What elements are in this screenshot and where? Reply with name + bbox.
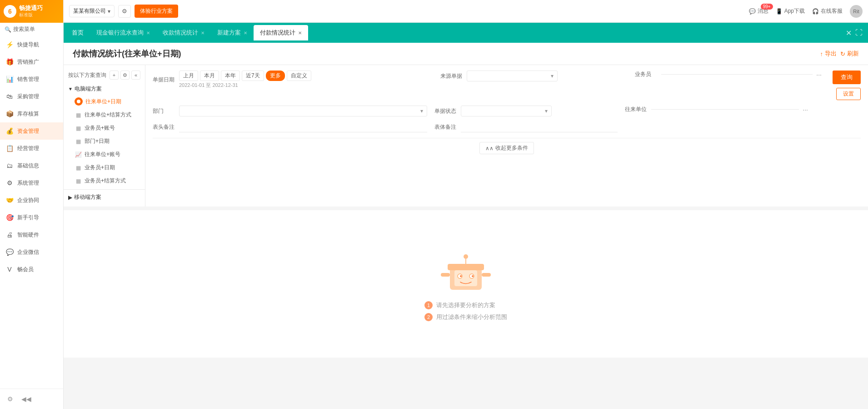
date-btn-7days[interactable]: 近7天 — [242, 71, 264, 81]
sidebar-item-purchase[interactable]: 🛍 采购管理 — [0, 88, 63, 105]
date-btn-custom[interactable]: 自定义 — [287, 71, 311, 81]
header-note-input[interactable] — [179, 122, 427, 132]
scheme-mobile-label: 移动端方案 — [74, 193, 101, 201]
sales-icon: 📊 — [5, 75, 14, 83]
source-select[interactable]: ▾ — [467, 71, 558, 81]
tab-income[interactable]: 收款情况统计 ✕ — [156, 25, 211, 40]
scheme-item-counterpart-date[interactable]: 往来单位+日期 — [64, 95, 145, 108]
export-button[interactable]: ↑ 导出 — [820, 50, 837, 58]
date-btn-last-month[interactable]: 上月 — [179, 71, 198, 81]
member-icon: V — [5, 265, 14, 273]
sidebar-collapse-button[interactable]: ◀◀ — [20, 393, 33, 405]
tab-home[interactable]: 首页 — [65, 25, 90, 40]
tab-bank[interactable]: 现金银行流水查询 ✕ — [90, 25, 156, 40]
date-btn-this-month[interactable]: 本月 — [200, 71, 219, 81]
sidebar-item-wechat[interactable]: 💬 企业微信 — [0, 243, 63, 261]
tab-new-close[interactable]: ✕ — [244, 30, 247, 35]
tab-new[interactable]: 新建方案 ✕ — [211, 25, 254, 40]
salesman-ellipsis[interactable]: ··· — [816, 71, 822, 78]
tab-bank-close[interactable]: ✕ — [146, 30, 150, 35]
body-note-field: 表体备注 — [434, 122, 618, 132]
refresh-button[interactable]: ↻ 刷新 — [840, 50, 859, 58]
scheme-item-label: 部门+日期 — [85, 137, 110, 145]
sidebar-nav: ⚡ 快捷导航 🎁 营销推广 📊 销售管理 🛍 采购管理 📦 库存核算 💰 资金管… — [0, 36, 63, 389]
user-avatar[interactable]: Rit — [850, 5, 863, 18]
sidebar-item-inventory[interactable]: 📦 库存核算 — [0, 105, 63, 122]
message-icon: 💬 — [749, 8, 756, 15]
scheme-add-button[interactable]: + — [110, 71, 119, 80]
sidebar-item-marketing[interactable]: 🎁 营销推广 — [0, 53, 63, 71]
scheme-table-icon2: ▦ — [75, 125, 82, 132]
filter-settings-button[interactable]: 设置 — [836, 88, 861, 100]
scheme-item-label: 业务员+日期 — [85, 164, 115, 172]
system-icon: ⚙ — [5, 179, 14, 187]
experience-button[interactable]: 体验行业方案 — [135, 5, 178, 18]
online-service-action[interactable]: 🎧 在线客服 — [812, 7, 843, 15]
sidebar-item-enterprise[interactable]: 🤝 企业协同 — [0, 192, 63, 209]
scheme-item-counterpart-settle[interactable]: ▦ 往来单位+结算方式 — [64, 108, 145, 121]
scheme-pc-category[interactable]: ▼ 电脑端方案 — [64, 83, 145, 95]
scheme-item-counterpart-account[interactable]: 📈 往来单位+账号 — [64, 148, 145, 161]
sidebar-item-basic[interactable]: 🗂 基础信息 — [0, 157, 63, 174]
source-field-label: 来源单据 — [440, 72, 463, 80]
tab-close-all-button[interactable]: ✕ — [846, 29, 852, 37]
counterpart-ellipsis[interactable]: ··· — [803, 106, 808, 113]
sidebar-item-system[interactable]: ⚙ 系统管理 — [0, 174, 63, 192]
dept-select[interactable]: ▾ — [179, 106, 427, 116]
page-actions: ↑ 导出 ↻ 刷新 — [820, 50, 859, 58]
scheme-mobile-category[interactable]: ▶ 移动端方案 — [64, 192, 145, 203]
sidebar-item-label: 新手引导 — [17, 214, 39, 222]
hint-num-1: 1 — [424, 301, 433, 309]
scheme-item-salesman-account[interactable]: ▦ 业务员+账号 — [64, 121, 145, 135]
dept-field-label: 部门 — [153, 107, 175, 115]
date-btn-more[interactable]: 更多 — [266, 71, 285, 81]
collapse-button[interactable]: ∧∧ 收起更多条件 — [479, 142, 534, 154]
sidebar-item-guide[interactable]: 🎯 新手引导 — [0, 209, 63, 226]
svg-point-7 — [472, 275, 474, 277]
sidebar-item-label: 基础信息 — [17, 162, 39, 170]
company-selector[interactable]: 某某有限公司 ▾ — [69, 5, 115, 17]
query-actions: 查询 设置 — [829, 71, 861, 100]
form-row-2: 部门 ▾ 单据状态 ▾ 往来单位 ··· — [153, 106, 861, 116]
sidebar-item-member[interactable]: V 畅会员 — [0, 261, 63, 278]
sidebar-settings-button[interactable]: ⚙ — [4, 393, 16, 405]
sidebar-item-label: 采购管理 — [17, 93, 39, 101]
doc-status-select[interactable]: ▾ — [461, 106, 552, 116]
app-download-action[interactable]: 📱 App下载 — [776, 7, 805, 15]
sidebar-item-sales[interactable]: 📊 销售管理 — [0, 71, 63, 88]
search-menu-item[interactable]: 🔍 搜索菜单 — [0, 23, 63, 36]
date-btn-this-year[interactable]: 本年 — [221, 71, 240, 81]
scheme-pc-label: 电脑端方案 — [75, 85, 102, 93]
messages-action[interactable]: 💬 消息 99+ — [749, 7, 768, 15]
capital-icon: 💰 — [5, 127, 14, 135]
scheme-item-salesman-date[interactable]: ▦ 业务员+日期 — [64, 161, 145, 174]
date-options-group: 上月 本月 本年 近7天 更多 自定义 2022-01-01 至 2022-12… — [179, 71, 311, 89]
date-field: 单据日期 上月 本月 本年 近7天 更多 自定义 2022-01-01 至 20… — [153, 71, 433, 89]
tab-payment-close[interactable]: ✕ — [298, 30, 302, 35]
scheme-table-icon5: ▦ — [75, 177, 82, 185]
query-button[interactable]: 查询 — [833, 71, 861, 84]
svg-point-6 — [460, 275, 462, 277]
counterpart-field: 往来单位 ··· — [625, 106, 808, 113]
tab-expand-button[interactable]: ⛶ — [855, 29, 863, 37]
sidebar-item-operation[interactable]: 📋 经营管理 — [0, 140, 63, 157]
settings-button[interactable]: ⚙ — [118, 5, 131, 18]
hardware-icon: 🖨 — [5, 231, 14, 239]
empty-hint-1: 1 请先选择要分析的方案 — [424, 301, 507, 309]
body-note-input[interactable] — [461, 122, 618, 132]
sidebar-item-capital[interactable]: 💰 资金管理 — [0, 122, 63, 140]
tab-income-close[interactable]: ✕ — [201, 30, 205, 35]
scheme-item-dept-date[interactable]: ▦ 部门+日期 — [64, 135, 145, 148]
messages-badge: 99+ — [761, 4, 773, 10]
scheme-item-salesman-settle[interactable]: ▦ 业务员+结算方式 — [64, 174, 145, 187]
tab-payment[interactable]: 付款情况统计 ✕ — [254, 25, 308, 40]
scheme-settings-button[interactable]: ⚙ — [120, 71, 130, 80]
sidebar-item-hardware[interactable]: 🖨 智能硬件 — [0, 226, 63, 243]
scheme-collapse-button[interactable]: « — [131, 71, 140, 80]
scheme-active-dot — [75, 97, 83, 106]
sidebar-item-label: 智能硬件 — [17, 231, 39, 239]
sidebar-item-quick-nav[interactable]: ⚡ 快捷导航 — [0, 36, 63, 53]
empty-hints: 1 请先选择要分析的方案 2 用过滤条件来缩小分析范围 — [424, 301, 507, 321]
empty-svg — [439, 247, 493, 292]
scheme-item-label: 业务员+结算方式 — [85, 177, 126, 185]
